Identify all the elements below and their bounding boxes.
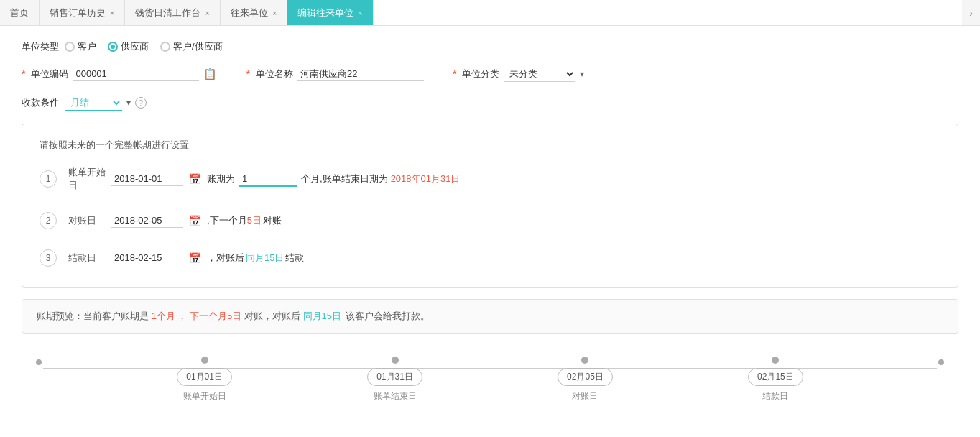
section-title: 请按照未来的一个完整帐期进行设置 — [40, 139, 940, 152]
timeline-label-4: 结款日 — [762, 390, 788, 402]
unit-type-label: 单位类型 — [22, 40, 59, 53]
timeline-badge-2: 01月31日 — [367, 368, 422, 386]
timeline-label-3: 对账日 — [572, 390, 598, 402]
tab-partner[interactable]: 往来单位 × — [221, 0, 287, 25]
step-1-end-date: 2018年01月31日 — [391, 172, 461, 185]
preview-mid1: ， — [177, 310, 187, 321]
radio-supplier-circle — [108, 42, 118, 52]
preview-bar: 账期预览：当前客户账期是 1个月 ， 下一个月5日 对账，对账后 同月15日 该… — [22, 299, 958, 334]
step-2-highlight: 5日 — [247, 214, 262, 227]
payment-row: 收款条件 月结 ▾ ? — [22, 95, 958, 111]
step-1-desc-mid: 个月,账单结束日期为 — [301, 172, 388, 185]
unit-code-group: * 单位编码 📋 — [22, 67, 217, 81]
timeline-node-4: 02月15日 结款日 — [748, 356, 803, 402]
preview-part1: 1个月 — [152, 310, 175, 321]
unit-code-label: 单位编码 — [31, 68, 68, 80]
unit-class-group: * 单位分类 未分类 ▾ — [453, 66, 584, 82]
timeline-badge-3: 02月05日 — [558, 368, 613, 386]
timeline-dot-4 — [772, 356, 779, 364]
timeline-node-1: 01月01日 账单开始日 — [177, 356, 232, 402]
radio-supplier[interactable]: 供应商 — [108, 40, 149, 53]
radio-supplier-label: 供应商 — [121, 40, 149, 53]
tab-cash-desk[interactable]: 钱货日清工作台 × — [125, 0, 220, 25]
unit-class-label: 单位分类 — [462, 68, 499, 80]
step-2-calendar-icon[interactable]: 📅 — [189, 215, 201, 226]
radio-customer[interactable]: 客户 — [65, 40, 96, 53]
period-input[interactable] — [239, 172, 297, 187]
unit-class-chevron: ▾ — [580, 69, 584, 79]
radio-both-circle — [160, 42, 170, 52]
preview-suffix: 该客户会给我打款。 — [346, 310, 430, 321]
radio-both[interactable]: 客户/供应商 — [160, 40, 223, 53]
tab-home[interactable]: 首页 — [0, 0, 40, 25]
step-3-highlight: 同月15日 — [246, 252, 284, 264]
timeline-node-3: 02月05日 对账日 — [558, 356, 613, 402]
payment-dropdown-group: 月结 ▾ — [65, 95, 131, 111]
unit-class-star: * — [453, 68, 456, 80]
tab-home-label: 首页 — [10, 6, 29, 19]
step-1-row: 1 账单开始日 📅 账期为 个月,账单结束日期为 2018年01月31日 — [40, 166, 940, 192]
tabs-more-arrow[interactable]: › — [962, 0, 980, 25]
step-1-date-input[interactable] — [111, 172, 183, 186]
unit-name-star: * — [246, 68, 249, 80]
main-content: 单位类型 客户 供应商 客户/供应商 * 单位编码 📋 * 单位名称 — [0, 26, 980, 437]
timeline-label-1: 账单开始日 — [183, 390, 226, 402]
payment-select[interactable]: 月结 — [65, 95, 122, 111]
step-3-row: 3 结款日 📅 ，对账后 同月15日 结款 — [40, 249, 940, 267]
unit-type-row: 单位类型 客户 供应商 客户/供应商 — [22, 40, 958, 53]
step-3-desc-prefix: ，对账后 — [207, 252, 244, 264]
timeline-dot-3 — [581, 356, 588, 364]
unit-type-radio-group: 客户 供应商 客户/供应商 — [65, 40, 223, 53]
step-3-desc-suffix: 结款 — [285, 252, 304, 264]
radio-customer-circle — [65, 42, 75, 52]
timeline-label-2: 账单结束日 — [374, 390, 417, 402]
payment-label: 收款条件 — [22, 96, 59, 109]
preview-prefix: 账期预览：当前客户账期是 — [37, 310, 149, 321]
step-2-row: 2 对账日 📅 ,下一个月 5日 对账 — [40, 212, 940, 229]
unit-class-select[interactable]: 未分类 — [504, 66, 575, 82]
tab-cash-desk-label: 钱货日清工作台 — [135, 6, 200, 19]
step-2-label: 对账日 — [68, 214, 111, 227]
timeline-dot-2 — [392, 356, 399, 364]
preview-part3: 同月15日 — [303, 310, 341, 321]
step-3-date-input[interactable] — [111, 251, 183, 265]
timeline-dot-1 — [201, 356, 208, 364]
tab-sales-history-label: 销售订单历史 — [50, 6, 106, 19]
step-1-calendar-icon[interactable]: 📅 — [189, 173, 201, 185]
timeline-badge-4: 02月15日 — [748, 368, 803, 386]
step-3-label: 结款日 — [68, 252, 111, 264]
preview-part2: 下一个月5日 — [190, 310, 241, 321]
unit-name-input[interactable] — [297, 67, 424, 81]
tab-partner-label: 往来单位 — [231, 6, 268, 19]
timeline-right-dot — [938, 359, 944, 365]
timeline-section: 01月01日 账单开始日 01月31日 账单结束日 02月05日 对账日 — [22, 339, 958, 402]
tab-sales-history[interactable]: 销售订单历史 × — [40, 0, 125, 25]
radio-both-label: 客户/供应商 — [173, 40, 223, 53]
tab-edit-partner[interactable]: 编辑往来单位 × — [287, 0, 373, 25]
timeline-node-2: 01月31日 账单结束日 — [367, 356, 422, 402]
unit-code-input[interactable] — [73, 67, 199, 81]
tabs-bar: 首页 销售订单历史 × 钱货日清工作台 × 往来单位 × 编辑往来单位 × › — [0, 0, 980, 26]
payment-chevron: ▾ — [126, 98, 131, 108]
unit-info-row: * 单位编码 📋 * 单位名称 * 单位分类 未分类 ▾ — [22, 66, 958, 82]
step-1-desc-prefix: 账期为 — [207, 172, 235, 185]
step-1-label: 账单开始日 — [68, 166, 111, 192]
billing-section: 请按照未来的一个完整帐期进行设置 1 账单开始日 📅 账期为 个月,账单结束日期… — [22, 124, 958, 288]
tab-sales-history-close[interactable]: × — [110, 9, 114, 17]
step-2-date-input[interactable] — [111, 213, 183, 228]
tab-edit-partner-label: 编辑往来单位 — [297, 6, 353, 19]
step-1-num: 1 — [40, 170, 57, 188]
unit-code-icon[interactable]: 📋 — [203, 68, 217, 80]
tab-partner-close[interactable]: × — [272, 9, 277, 17]
step-3-num: 3 — [40, 249, 57, 267]
unit-name-group: * 单位名称 — [246, 67, 423, 81]
timeline-left-dot — [36, 359, 42, 365]
unit-code-star: * — [22, 68, 25, 80]
step-3-calendar-icon[interactable]: 📅 — [189, 252, 201, 264]
step-2-num: 2 — [40, 212, 57, 229]
tab-cash-desk-close[interactable]: × — [205, 9, 209, 17]
radio-customer-label: 客户 — [78, 40, 96, 53]
unit-name-label: 单位名称 — [256, 68, 293, 80]
payment-help-icon[interactable]: ? — [135, 97, 147, 109]
tab-edit-partner-close[interactable]: × — [358, 9, 362, 17]
